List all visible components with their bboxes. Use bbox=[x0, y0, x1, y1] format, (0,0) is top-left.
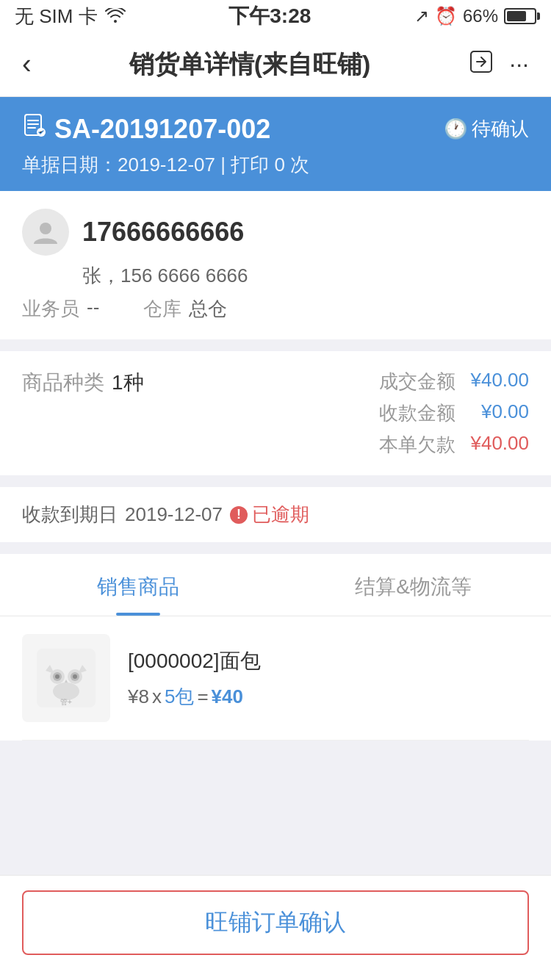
product-price: ¥8 bbox=[128, 685, 149, 708]
gps-icon: ↗ bbox=[414, 6, 429, 26]
nav-actions: ··· bbox=[468, 48, 529, 81]
svg-point-9 bbox=[55, 674, 60, 679]
battery-percent: 66% bbox=[463, 6, 498, 26]
debt-amount-value: ¥40.00 bbox=[470, 432, 529, 458]
warehouse-item: 仓库 总仓 bbox=[143, 296, 227, 322]
divider-3 bbox=[0, 542, 551, 554]
divider-1 bbox=[0, 339, 551, 351]
product-price-row: ¥8 x 5包 = ¥40 bbox=[128, 684, 529, 710]
warehouse-value: 总仓 bbox=[189, 296, 227, 322]
deal-amount-label: 成交金额 bbox=[379, 369, 455, 394]
tab-sales-products[interactable]: 销售商品 bbox=[0, 554, 276, 616]
product-image: 管+ bbox=[22, 634, 110, 722]
tab-settlement-logistics[interactable]: 结算&物流等 bbox=[276, 554, 551, 616]
overdue-dot-icon: ! bbox=[230, 506, 248, 524]
customer-section: 17666666666 张，156 6666 6666 业务员 -- 仓库 总仓 bbox=[0, 191, 551, 339]
received-amount-row: 收款金额 ¥0.00 bbox=[379, 400, 529, 426]
product-qty: 5包 bbox=[165, 684, 194, 710]
status-clock-icon: 🕐 bbox=[444, 118, 467, 140]
customer-phone: 17666666666 bbox=[82, 217, 244, 248]
page-title: 销货单详情(来自旺铺) bbox=[129, 48, 371, 82]
deal-amount-value: ¥40.00 bbox=[470, 369, 529, 394]
status-bar-left: 无 SIM 卡 bbox=[15, 4, 126, 29]
svg-point-3 bbox=[40, 223, 51, 234]
back-button[interactable]: ‹ bbox=[22, 48, 32, 80]
product-item: 管+ [0000002]面包 ¥8 x 5包 = ¥40 bbox=[22, 616, 529, 741]
order-status: 🕐 待确认 bbox=[444, 116, 529, 142]
share-button[interactable] bbox=[468, 48, 494, 81]
more-button[interactable]: ··· bbox=[509, 51, 529, 78]
carrier-text: 无 SIM 卡 bbox=[15, 4, 98, 29]
bottom-action-bar: 旺铺订单确认 bbox=[0, 875, 551, 980]
deal-amount-row: 成交金额 ¥40.00 bbox=[379, 369, 529, 394]
debt-amount-row: 本单欠款 ¥40.00 bbox=[379, 432, 529, 458]
received-amount-value: ¥0.00 bbox=[481, 400, 529, 426]
status-bar: 无 SIM 卡 下午3:28 ↗ ⏰ 66% bbox=[0, 0, 551, 32]
due-section: 收款到期日 2019-12-07 ! 已逾期 bbox=[0, 487, 551, 542]
overdue-badge: ! 已逾期 bbox=[230, 502, 309, 527]
wifi-icon bbox=[105, 5, 126, 28]
svg-text:管+: 管+ bbox=[60, 698, 72, 706]
product-name: [0000002]面包 bbox=[128, 647, 529, 675]
divider-2 bbox=[0, 475, 551, 487]
svg-point-10 bbox=[73, 674, 77, 679]
product-type-value: 1种 bbox=[112, 369, 144, 397]
order-date: 单据日期：2019-12-07 | 打印 0 次 bbox=[22, 152, 529, 178]
warehouse-label: 仓库 bbox=[143, 296, 181, 322]
alarm-icon: ⏰ bbox=[435, 6, 457, 26]
due-date-value: 2019-12-07 bbox=[125, 503, 223, 526]
confirm-order-button[interactable]: 旺铺订单确认 bbox=[22, 890, 529, 955]
order-header: SA-20191207-002 🕐 待确认 单据日期：2019-12-07 | … bbox=[0, 97, 551, 191]
debt-amount-label: 本单欠款 bbox=[379, 432, 455, 458]
due-date-label: 收款到期日 bbox=[22, 502, 118, 527]
customer-avatar bbox=[22, 209, 69, 256]
status-text: 待确认 bbox=[472, 116, 529, 142]
order-id: SA-20191207-002 bbox=[22, 113, 270, 145]
product-type-label: 商品种类 bbox=[22, 369, 104, 397]
amount-info: 成交金额 ¥40.00 收款金额 ¥0.00 本单欠款 ¥40.00 bbox=[379, 369, 529, 458]
battery-icon bbox=[504, 8, 536, 24]
product-total: ¥40 bbox=[212, 685, 243, 708]
tabs-section: 销售商品 结算&物流等 bbox=[0, 554, 551, 741]
nav-bar: ‹ 销货单详情(来自旺铺) ··· bbox=[0, 32, 551, 97]
overdue-text: 已逾期 bbox=[252, 502, 309, 527]
received-amount-label: 收款金额 bbox=[379, 400, 455, 426]
product-info: [0000002]面包 ¥8 x 5包 = ¥40 bbox=[128, 647, 529, 710]
order-id-text: SA-20191207-002 bbox=[54, 114, 270, 145]
status-bar-right: ↗ ⏰ 66% bbox=[414, 6, 536, 26]
customer-name: 张，156 6666 6666 bbox=[82, 263, 529, 289]
salesperson-item: 业务员 -- bbox=[22, 296, 99, 322]
empty-area bbox=[0, 741, 551, 887]
tabs-bar: 销售商品 结算&物流等 bbox=[0, 554, 551, 616]
product-list: 管+ [0000002]面包 ¥8 x 5包 = ¥40 bbox=[0, 616, 551, 741]
summary-section: 商品种类 1种 成交金额 ¥40.00 收款金额 ¥0.00 本单欠款 ¥40.… bbox=[0, 351, 551, 475]
status-bar-time: 下午3:28 bbox=[228, 2, 311, 30]
customer-meta: 业务员 -- 仓库 总仓 bbox=[22, 296, 529, 322]
product-type-info: 商品种类 1种 bbox=[22, 369, 144, 397]
order-id-icon bbox=[22, 113, 47, 145]
salesperson-value: -- bbox=[87, 296, 99, 322]
salesperson-label: 业务员 bbox=[22, 296, 79, 322]
